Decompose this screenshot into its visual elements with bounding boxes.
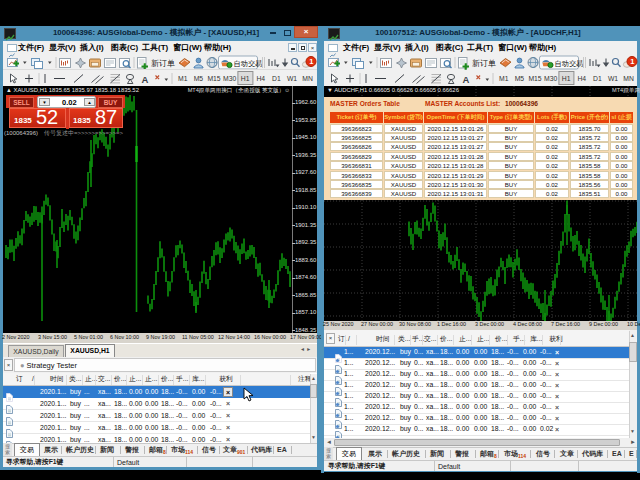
svg-text:H1: H1 [562, 75, 571, 82]
svg-text:W1: W1 [608, 75, 618, 82]
svg-text:M5: M5 [194, 75, 204, 82]
svg-text:MN: MN [302, 75, 313, 82]
svg-text:D1: D1 [593, 75, 602, 82]
svg-text:D1: D1 [272, 75, 281, 82]
svg-text:新订单: 新订单 [151, 59, 175, 68]
svg-text:自动交易: 自动交易 [234, 59, 263, 68]
svg-text:A: A [463, 74, 470, 85]
svg-text:M30: M30 [544, 75, 557, 82]
svg-text:M5: M5 [515, 75, 525, 82]
svg-text:1: 1 [309, 57, 313, 66]
svg-text:M1: M1 [499, 75, 509, 82]
svg-text:H1: H1 [241, 75, 250, 82]
svg-text:1: 1 [630, 57, 634, 66]
svg-text:H4: H4 [577, 75, 586, 82]
svg-text:W1: W1 [287, 75, 297, 82]
svg-text:M1: M1 [178, 75, 188, 82]
svg-text:M15: M15 [207, 75, 220, 82]
svg-text:A: A [142, 74, 149, 85]
svg-text:H4: H4 [256, 75, 265, 82]
svg-text:M30: M30 [223, 75, 236, 82]
svg-text:新订单: 新订单 [472, 59, 496, 68]
svg-text:M15: M15 [528, 75, 541, 82]
svg-text:MN: MN [623, 75, 634, 82]
svg-text:自动交易: 自动交易 [555, 59, 584, 68]
